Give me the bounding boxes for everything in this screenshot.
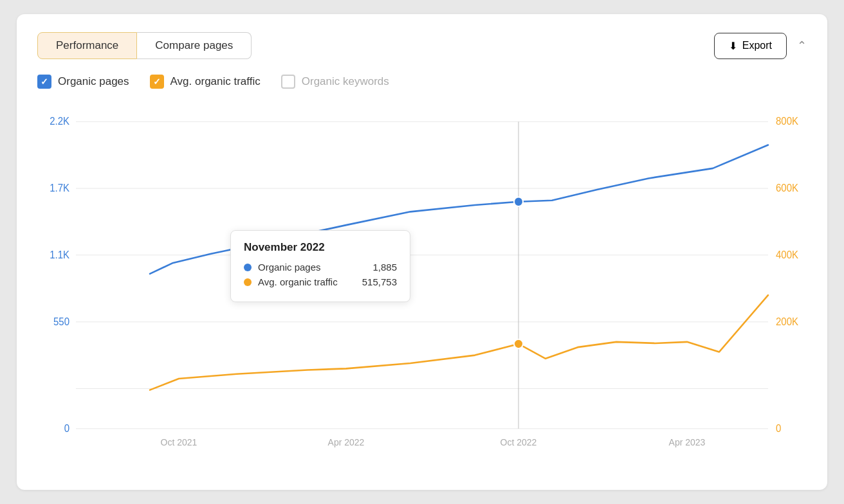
export-button[interactable]: ⬇︎ Export — [714, 33, 787, 59]
checkbox-organic-pages-label: Organic pages — [58, 75, 129, 88]
header-row: Performance Compare pages ⬇︎ Export ⌃ — [37, 32, 807, 59]
checkbox-organic-keywords-label: Organic keywords — [302, 75, 389, 88]
tab-group: Performance Compare pages — [37, 32, 252, 59]
svg-point-22 — [514, 339, 523, 349]
tab-compare[interactable]: Compare pages — [137, 32, 252, 59]
tab-performance[interactable]: Performance — [37, 32, 137, 59]
svg-text:2.2K: 2.2K — [50, 116, 70, 127]
svg-text:600K: 600K — [776, 183, 799, 194]
checkmark-icon: ✓ — [153, 76, 161, 87]
download-icon: ⬇︎ — [729, 40, 737, 52]
export-label: Export — [742, 40, 772, 51]
checkbox-organic-pages-input[interactable]: ✓ — [37, 75, 51, 89]
performance-card: Performance Compare pages ⬇︎ Export ⌃ ✓ … — [17, 14, 827, 490]
svg-text:0: 0 — [776, 423, 781, 434]
svg-text:Apr 2022: Apr 2022 — [328, 437, 365, 447]
checkbox-avg-traffic[interactable]: ✓ Avg. organic traffic — [150, 75, 261, 89]
svg-text:0: 0 — [64, 423, 69, 434]
svg-text:200K: 200K — [776, 316, 799, 327]
checkbox-row: ✓ Organic pages ✓ Avg. organic traffic O… — [37, 75, 807, 89]
svg-text:Apr 2023: Apr 2023 — [669, 437, 706, 447]
chart-svg: 2.2K 1.7K 1.1K 550 0 800K 600K 400K 200K… — [37, 102, 807, 449]
svg-text:1.7K: 1.7K — [50, 183, 70, 194]
svg-text:800K: 800K — [776, 116, 799, 127]
svg-text:Oct 2021: Oct 2021 — [161, 437, 197, 447]
svg-text:Oct 2022: Oct 2022 — [500, 437, 537, 447]
chart-container: 2.2K 1.7K 1.1K 550 0 800K 600K 400K 200K… — [37, 102, 807, 449]
checkbox-avg-traffic-input[interactable]: ✓ — [150, 75, 164, 89]
checkbox-organic-pages[interactable]: ✓ Organic pages — [37, 75, 129, 89]
chevron-up-icon[interactable]: ⌃ — [797, 39, 807, 53]
svg-text:400K: 400K — [776, 249, 799, 260]
svg-point-21 — [514, 197, 523, 207]
svg-text:1.1K: 1.1K — [50, 249, 70, 260]
checkbox-avg-traffic-label: Avg. organic traffic — [170, 75, 261, 88]
checkmark-icon: ✓ — [41, 76, 48, 87]
header-right: ⬇︎ Export ⌃ — [714, 33, 807, 59]
checkbox-organic-keywords-input[interactable] — [281, 75, 295, 89]
checkbox-organic-keywords[interactable]: Organic keywords — [281, 75, 389, 89]
svg-text:550: 550 — [53, 316, 69, 327]
